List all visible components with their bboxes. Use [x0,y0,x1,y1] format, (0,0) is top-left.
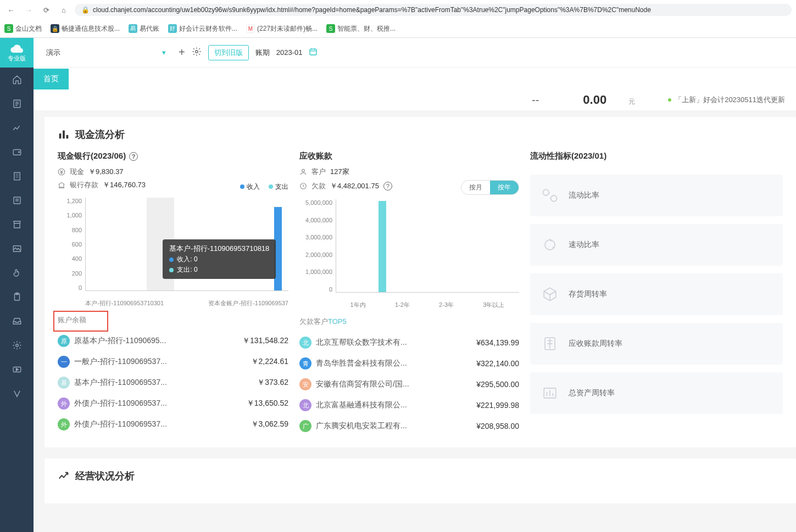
list-item[interactable]: 外外债户-招行-1109069537...￥3,062.59 [58,414,288,435]
switch-old-button[interactable]: 切到旧版 [208,45,249,60]
unit: 元 [628,98,635,105]
rail-shop[interactable] [0,212,34,237]
bookmark-label: 易代账 [140,24,159,33]
period-label: 账期 [255,48,270,58]
bookmark-item[interactable]: S智能票、财、税推... [326,24,396,33]
rail-chart[interactable] [0,116,34,140]
rail-home[interactable] [0,68,34,92]
liquidity-column: 流动性指标(2023/01) 流动比率速动比率存货周转率应收账款周转率总资产周转… [530,151,783,436]
metric-card[interactable]: 应收账款周转率 [530,323,783,365]
period-value: 2023-01 [276,48,303,57]
svg-point-2 [18,152,19,153]
list-item[interactable]: 北北京互帮联众数字技术有...¥634,139.99 [299,332,519,353]
bookmark-label: 好会计云财务软件... [179,24,237,33]
svg-rect-3 [14,172,20,180]
home-button[interactable]: ⌂ [57,3,70,16]
bookmark-label: 智能票、财、税推... [337,24,396,33]
org-selector[interactable]: 演示 ▾ [40,44,172,61]
section-title: 现金银行(2023/06)? [58,151,288,161]
info-strip: -- 0.00元 「上新」好会计20230511迭代更新 [34,89,796,110]
rail-video[interactable] [0,357,34,382]
list-item[interactable]: 外外债户-招行-1109069537...￥13,650.52 [58,393,288,414]
logo-label: 专业版 [8,54,26,63]
news-ticker[interactable]: 「上新」好会计20230511迭代更新 [668,95,785,105]
dash-value: -- [532,94,539,107]
svg-rect-11 [310,49,316,55]
debtors-list: 北北京互帮联众数字技术有...¥634,139.99青青岛华胜普金科技有限公..… [299,332,519,436]
list-item[interactable]: 原原基本户-招行-11090695...￥131,548.22 [58,331,288,351]
lock-icon: 🔒 [81,6,90,14]
y-axis: 1,2001,0008006004002000 [58,198,84,291]
gear-icon[interactable] [192,47,202,58]
metric-card[interactable]: 速动比率 [530,224,783,266]
legend-dot-out [269,184,273,189]
bookmark-item[interactable]: M(227封未读邮件)畅... [246,24,318,33]
rail-building[interactable] [0,164,34,188]
rail-image[interactable] [0,237,34,261]
x-axis: 本户-招行-110906953710301 资本金账户-招行-110906953… [85,299,288,307]
rail-v[interactable] [0,382,34,406]
user-icon [299,168,307,176]
list-item[interactable]: 一一般户-招行-1109069537...￥2,224.61 [58,351,288,372]
trend-icon [58,470,70,482]
clock-icon [299,182,307,190]
org-name: 演示 [46,48,60,58]
list-item[interactable]: 广广东腾安机电安装工程有...¥208,958.00 [299,416,519,436]
metric-cards: 流动比率速动比率存货周转率应收账款周转率总资产周转率 [530,175,783,414]
chevron-down-icon: ▾ [162,48,166,57]
chart-legend: 收入 支出 [240,182,288,192]
tab-bar: 首页 [34,68,796,89]
rail-inbox[interactable] [0,309,34,333]
chart-bar[interactable] [378,201,386,292]
tab-home[interactable]: 首页 [34,69,69,89]
bank-metric: 银行存款 ￥146,760.73 [58,180,146,190]
bookmark-item[interactable]: S金山文档 [4,24,42,33]
list-item[interactable]: 青青岛华胜普金科技有限公...¥322,140.00 [299,353,519,374]
bookmark-item[interactable]: 好好会计云财务软件... [168,24,237,33]
svg-point-20 [545,240,555,250]
bookmarks-bar: S金山文档 🔒畅捷通信息技术股... 易易代账 好好会计云财务软件... M(2… [0,20,796,37]
chart-plot [336,199,519,293]
chart-tooltip: 基本户-招行-110906953710818 收入: 0 支出: 0 [163,239,276,279]
content-area: -- 0.00元 「上新」好会计20230511迭代更新 现金流分析 现金银行(… [34,89,796,532]
rail-doc[interactable] [0,92,34,116]
rail-clipboard[interactable] [0,285,34,309]
calendar-icon[interactable] [309,47,318,58]
news-text: 「上新」好会计20230511迭代更新 [675,95,785,105]
list-item[interactable]: 基基本户-招行-1109069537...￥373.62 [58,372,288,393]
section-title: 应收账款 [299,151,519,161]
svg-rect-12 [59,133,62,138]
add-icon[interactable]: + [179,46,185,59]
section-title: 流动性指标(2023/01) [530,151,606,161]
card-header: 经营状况分析 [58,469,783,483]
toggle-month[interactable]: 按月 [461,181,490,194]
svg-point-19 [551,195,557,201]
rail-wallet[interactable] [0,140,34,164]
rail-settings[interactable] [0,333,34,357]
logo[interactable]: 专业版 [0,38,34,68]
reload-button[interactable]: ⟳ [40,3,53,16]
yen-icon [58,168,65,176]
bookmark-label: 金山文档 [15,24,42,33]
svg-point-16 [302,169,305,172]
svg-point-10 [195,51,198,53]
list-item[interactable]: 安安徽有信商贸有限公司/国...¥295,500.00 [299,374,519,395]
rail-hand[interactable] [0,261,34,285]
metric-card[interactable]: 流动比率 [530,175,783,216]
help-icon[interactable]: ? [383,182,392,191]
help-icon[interactable]: ? [129,152,138,161]
forward-button[interactable]: → [22,3,35,16]
list-item[interactable]: 北北京富基融通科技有限公...¥221,999.98 [299,395,519,416]
metric-card[interactable]: 存货周转率 [530,273,783,315]
customer-metric: 客户 127家 [299,167,519,177]
metric-card[interactable]: 总资产周转率 [530,372,783,414]
bookmark-item[interactable]: 易易代账 [129,24,159,33]
cashflow-card: 现金流分析 现金银行(2023/06)? 现金 ￥9,830.37 [44,117,796,447]
toggle-year[interactable]: 按年 [490,181,519,194]
bookmark-item[interactable]: 🔒畅捷通信息技术股... [51,24,120,33]
url-bar[interactable]: 🔒 cloud.chanjet.com/accounting/uw1eb00zy… [75,4,792,16]
period-toggle: 按月 按年 [461,180,519,195]
cash-bank-column: 现金银行(2023/06)? 现金 ￥9,830.37 银行存款 ￥146,76… [58,151,288,436]
rail-form[interactable] [0,188,34,212]
back-button[interactable]: ← [4,3,18,16]
